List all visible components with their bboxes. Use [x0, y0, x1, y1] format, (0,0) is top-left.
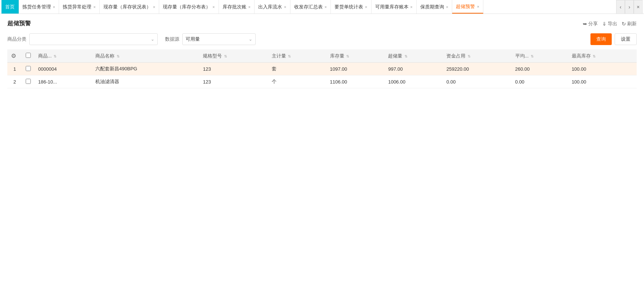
- cell-avg-0: 260.00: [512, 63, 568, 75]
- col-checkbox-header: [22, 49, 34, 63]
- col-header-avg[interactable]: 平均... ⇅: [512, 49, 568, 63]
- filter-category: 商品分类 ⌄: [7, 33, 158, 45]
- col-header-goods-code[interactable]: 商品... ⇅: [34, 49, 92, 63]
- sort-icon-capital: ⇅: [468, 54, 471, 58]
- page-title: 超储预警: [7, 20, 31, 27]
- table-header-row: ⚙ 商品... ⇅ 商品名称 ⇅ 规格型号 ⇅ 主计量 ⇅ 库存量 ⇅ 超储量 …: [7, 49, 637, 63]
- tab-close-tab-11[interactable]: ×: [477, 4, 479, 9]
- nav-home[interactable]: 首页: [1, 0, 19, 14]
- cell-overstock-1: 1006.00: [384, 75, 443, 88]
- tab-close-tab-7[interactable]: ×: [325, 5, 327, 9]
- nav-tab-tab-9[interactable]: 可用量库存账本×: [372, 0, 417, 14]
- cell-goods-name-1: 机油滤清器: [92, 75, 199, 88]
- cell-spec-0: 123: [199, 63, 268, 75]
- sort-icon-spec: ⇅: [224, 54, 227, 58]
- tab-close-tab-8[interactable]: ×: [365, 5, 367, 9]
- refresh-action[interactable]: ↻ 刷新: [622, 21, 637, 27]
- sort-icon-name: ⇅: [117, 54, 120, 58]
- nav-bar: 首页 拣货任务管理×拣货异常处理×现存量（库存状况表）×现存量（库存分布表）×库…: [0, 0, 644, 14]
- share-label: 分享: [588, 21, 598, 27]
- tab-close-tab-4[interactable]: ×: [212, 5, 215, 9]
- row-checkbox-0[interactable]: [26, 66, 31, 71]
- nav-arrow-left[interactable]: ‹: [616, 0, 625, 14]
- settings-button[interactable]: 设置: [615, 33, 637, 45]
- cell-unit-0: 套: [268, 63, 326, 75]
- nav-tab-tab-5[interactable]: 库存批次账×: [219, 0, 255, 14]
- table-row: 2 186-10... 机油滤清器 123 个 1106.00 1006.00 …: [7, 75, 637, 88]
- export-icon: ⇓: [602, 21, 607, 27]
- tab-label: 收发存汇总表: [294, 4, 323, 10]
- nav-tab-tab-4[interactable]: 现存量（库存分布表）×: [159, 0, 219, 14]
- nav-tab-tab-6[interactable]: 出入库流水×: [255, 0, 290, 14]
- cell-goods-code-0: 0000004: [34, 63, 92, 75]
- col-header-overstock[interactable]: 超储量 ⇅: [384, 49, 443, 63]
- category-select[interactable]: ⌄: [29, 33, 158, 45]
- data-table: ⚙ 商品... ⇅ 商品名称 ⇅ 规格型号 ⇅ 主计量 ⇅ 库存量 ⇅ 超储量 …: [7, 49, 637, 88]
- col-header-spec[interactable]: 规格型号 ⇅: [199, 49, 268, 63]
- tab-label: 要货单统计表: [334, 4, 363, 10]
- query-button[interactable]: 查询: [590, 33, 612, 45]
- nav-tab-tab-2[interactable]: 拣货异常处理×: [59, 0, 99, 14]
- nav-arrow-right[interactable]: ›: [625, 0, 634, 14]
- gear-icon[interactable]: ⚙: [11, 53, 16, 59]
- row-index-0: 1: [7, 63, 22, 75]
- datasource-value: 可用量: [186, 36, 200, 42]
- category-label: 商品分类: [7, 36, 26, 42]
- datasource-select[interactable]: 可用量 ⌄: [182, 33, 256, 45]
- share-action[interactable]: ➥ 分享: [583, 21, 598, 27]
- home-label: 首页: [5, 4, 15, 10]
- share-icon: ➥: [583, 21, 587, 27]
- nav-tab-tab-3[interactable]: 现存量（库存状况表）×: [100, 0, 159, 14]
- nav-tab-tab-8[interactable]: 要货单统计表×: [331, 0, 371, 14]
- cell-avg-1: 0.00: [512, 75, 568, 88]
- filter-datasource: 数据源 可用量 ⌄: [165, 33, 256, 45]
- tab-close-tab-3[interactable]: ×: [153, 5, 155, 9]
- nav-tab-tab-11[interactable]: 超储预警×: [452, 0, 483, 14]
- tab-close-tab-10[interactable]: ×: [446, 5, 448, 9]
- nav-tab-tab-7[interactable]: 收发存汇总表×: [290, 0, 331, 14]
- tab-close-tab-1[interactable]: ×: [53, 5, 55, 9]
- sort-icon-stock: ⇅: [346, 54, 349, 58]
- tab-label: 现存量（库存分布表）: [163, 4, 211, 10]
- col-header-capital[interactable]: 资金占用 ⇅: [443, 49, 511, 63]
- tab-close-tab-5[interactable]: ×: [248, 5, 250, 9]
- tab-close-tab-2[interactable]: ×: [93, 5, 95, 9]
- export-action[interactable]: ⇓ 导出: [602, 21, 617, 27]
- datasource-label: 数据源: [165, 36, 179, 42]
- refresh-icon: ↻: [622, 21, 626, 27]
- cell-overstock-0: 997.00: [384, 63, 443, 75]
- export-label: 导出: [608, 21, 617, 27]
- sort-icon-overstock: ⇅: [405, 54, 407, 58]
- nav-arrows: ‹ › ×: [616, 0, 643, 14]
- select-all-checkbox[interactable]: [26, 53, 31, 58]
- nav-tab-tab-1[interactable]: 拣货任务管理×: [19, 0, 59, 14]
- cell-capital-1: 0.00: [443, 75, 511, 88]
- cell-unit-1: 个: [268, 75, 326, 88]
- col-header-stock[interactable]: 库存量 ⇅: [326, 49, 385, 63]
- col-header-max[interactable]: 最高库存 ⇅: [568, 49, 637, 63]
- col-header-goods-name[interactable]: 商品名称 ⇅: [92, 49, 199, 63]
- cell-stock-0: 1097.00: [326, 63, 385, 75]
- tab-label: 拣货异常处理: [63, 4, 91, 10]
- tab-label: 保质期查询: [420, 4, 444, 10]
- tab-label: 现存量（库存状况表）: [103, 4, 151, 10]
- page-header: 超储预警 ➥ 分享 ⇓ 导出 ↻ 刷新: [7, 20, 637, 27]
- tab-close-tab-6[interactable]: ×: [284, 5, 286, 9]
- page-content: 超储预警 ➥ 分享 ⇓ 导出 ↻ 刷新 商品分类 ⌄ 数据源: [0, 14, 644, 293]
- nav-tab-tab-10[interactable]: 保质期查询×: [417, 0, 452, 14]
- row-checkbox-1[interactable]: [26, 79, 31, 84]
- tab-label: 拣货任务管理: [22, 4, 51, 10]
- sort-icon-avg: ⇅: [531, 54, 534, 58]
- tab-label: 超储预警: [456, 3, 475, 10]
- col-header-unit[interactable]: 主计量 ⇅: [268, 49, 326, 63]
- tab-label: 可用量库存账本: [375, 4, 409, 10]
- sort-icon-unit: ⇅: [288, 54, 291, 58]
- filter-actions: 查询 设置: [590, 33, 637, 45]
- nav-arrow-close[interactable]: ×: [634, 0, 643, 14]
- cell-spec-1: 123: [199, 75, 268, 88]
- col-gear: ⚙: [7, 49, 22, 63]
- table-row: 1 0000004 六配套新昌490BPG 123 套 1097.00 997.…: [7, 63, 637, 75]
- tab-close-tab-9[interactable]: ×: [410, 5, 413, 9]
- row-checkbox-cell-1: [22, 75, 34, 88]
- sort-icon-code: ⇅: [54, 54, 56, 58]
